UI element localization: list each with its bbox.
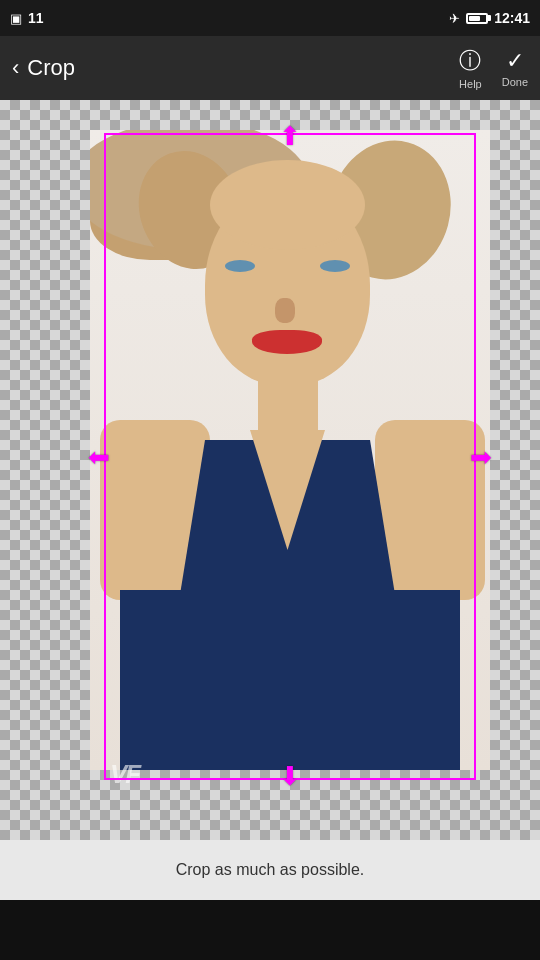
help-button[interactable]: ⓘ Help [459,46,482,90]
notification-count: 11 [28,10,44,26]
bottom-bar: Crop as much as possible. [0,840,540,900]
time-display: 12:41 [494,10,530,26]
crop-hint: Crop as much as possible. [176,861,365,879]
help-icon: ⓘ [459,46,481,76]
help-label: Help [459,78,482,90]
status-bar: ▣ 11 ✈ 12:41 [0,0,540,36]
watermark: VF [110,759,139,790]
done-label: Done [502,76,528,88]
done-icon: ✓ [506,48,524,74]
toolbar: ‹ Crop ⓘ Help ✓ Done [0,36,540,100]
photo [90,130,490,770]
toolbar-right: ⓘ Help ✓ Done [459,46,528,90]
status-left: ▣ 11 [10,10,44,26]
status-right: ✈ 12:41 [449,10,530,26]
done-button[interactable]: ✓ Done [502,48,528,88]
bottom-black-bar [0,900,540,960]
airplane-icon: ✈ [449,11,460,26]
photo-container: VF ⬆ ⬇ ⬅ ➡ [20,120,520,820]
battery-icon [466,13,488,24]
canvas-area[interactable]: VF ⬆ ⬇ ⬅ ➡ [0,100,540,840]
back-button[interactable]: ‹ [12,55,19,81]
toolbar-left: ‹ Crop [12,55,75,81]
sim-icon: ▣ [10,11,22,26]
page-title: Crop [27,55,75,81]
